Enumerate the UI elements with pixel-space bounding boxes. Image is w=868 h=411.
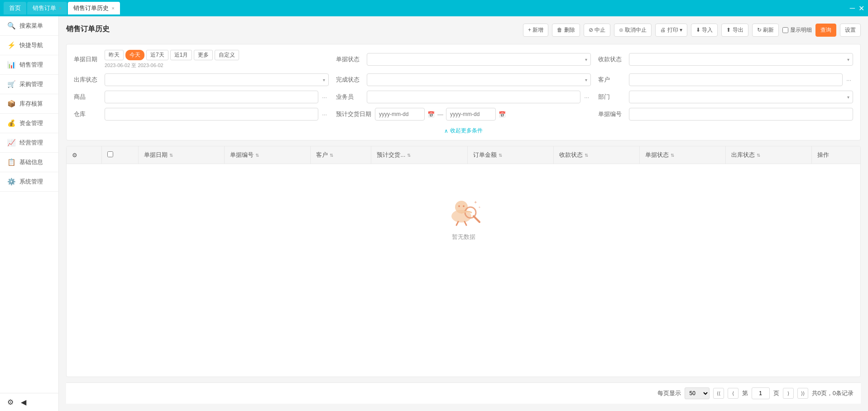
tab-首页[interactable]: 首页 [4,2,26,15]
tab-销售订单历史[interactable]: 销售订单历史× [68,2,120,15]
next-page-btn[interactable]: ⟩ [783,388,794,399]
sidebar-item-inventory[interactable]: 📦库存核算 [0,94,58,114]
date-btn-近1月[interactable]: 近1月 [170,50,192,60]
sidebar-icon-base-info: 📋 [7,158,16,166]
sidebar-label-finance: 资金管理 [19,119,43,127]
empty-state: ✦ ✦ 暂无数据 [67,164,860,268]
data-table: ⚙单据日期⇅单据编号⇅客户⇅预计交货...⇅订单金额⇅收款状态⇅单据状态⇅出库状… [67,146,860,268]
date-btn-近7天[interactable]: 近7天 [146,50,168,60]
close-icon[interactable]: ✕ [858,4,864,13]
total-records: 共0页，0条记录 [812,389,854,397]
order-status-select[interactable] [367,53,591,66]
date-btn-更多[interactable]: 更多 [194,50,213,60]
out-status-select[interactable] [105,73,329,86]
customer-more-icon[interactable]: ··· [844,77,853,83]
query-button[interactable]: 查询 [815,24,836,37]
table-settings-icon[interactable]: ⚙ [72,152,77,159]
salesman-input[interactable] [367,91,580,103]
add-button[interactable]: + 新增 [523,24,548,37]
th-date[interactable]: 单据日期⇅ [139,146,225,164]
date-range: 2023-06-02 至 2023-06-02 [105,62,239,69]
tab-销售订单[interactable]: 销售订单× [27,2,67,15]
page-input[interactable] [752,387,770,399]
sort-payStatus[interactable]: 收款状态⇅ [559,151,634,159]
cancel-stop-button[interactable]: ⊙ 取消中止 [614,24,652,37]
salesman-more-icon[interactable]: ··· [582,94,591,101]
sort-outStatus[interactable]: 出库状态⇅ [731,151,806,159]
svg-point-3 [463,205,465,207]
per-page-select[interactable]: 50 100 200 [685,387,710,399]
sidebar-label-ops-mgmt: 经营管理 [19,139,43,147]
sort-orderNo[interactable]: 单据编号⇅ [230,151,305,159]
product-more-icon[interactable]: ··· [320,94,329,101]
sidebar-item-sales-mgmt[interactable]: 📊销售管理 [0,55,58,75]
refresh-button[interactable]: ↻ 刷新 [752,24,779,37]
sidebar-item-ops-mgmt[interactable]: 📈经营管理 [0,133,58,153]
delivery-date-start[interactable] [375,108,425,121]
date-btn-昨天[interactable]: 昨天 [105,50,124,60]
delivery-date-end[interactable] [446,108,496,121]
import-button[interactable]: ⬇ 导入 [691,24,718,37]
sidebar-label-quick-nav: 快捷导航 [19,41,43,49]
filter-pay-status: 收款状态 ▾ [598,53,853,66]
dept-select[interactable] [629,91,853,103]
stop-button[interactable]: ⊘ 中止 [584,24,610,37]
tab-close-icon[interactable]: × [111,5,114,11]
calendar-icon-1[interactable]: 📅 [427,111,435,118]
warehouse-input[interactable] [105,108,318,121]
sort-icon-orderNo: ⇅ [255,153,259,158]
th-amount[interactable]: 订单金额⇅ [468,146,554,164]
sidebar-item-finance[interactable]: 💰资金管理 [0,114,58,133]
calendar-icon-2[interactable]: 📅 [499,111,506,118]
settings-button[interactable]: 设置 [840,24,861,37]
complete-status-select[interactable] [367,73,591,86]
th-customer[interactable]: 客户⇅ [311,146,371,164]
date-btn-今天[interactable]: 今天 [125,50,144,60]
date-btn-自定义[interactable]: 自定义 [215,50,239,60]
minimize-icon[interactable]: ─ [850,4,855,12]
tab-close-icon[interactable]: × [59,5,62,11]
collapse-row[interactable]: ∧ 收起更多条件 [74,125,853,135]
th-orderNo[interactable]: 单据编号⇅ [225,146,311,164]
select-all-checkbox[interactable] [107,151,113,157]
prev-page-btn[interactable]: ⟨ [728,388,739,399]
date-quick-btns: 昨天今天近7天近1月更多自定义 [105,50,239,60]
collapse-icon[interactable]: ◀ [21,398,26,406]
sort-orderStatus[interactable]: 单据状态⇅ [645,151,720,159]
sort-deliveryDate[interactable]: 预计交货...⇅ [377,151,462,159]
page-label-after: 页 [773,389,779,397]
sidebar-item-purchase-mgmt[interactable]: 🛒采购管理 [0,75,58,94]
print-button[interactable]: 🖨 打印 ▾ [655,24,687,37]
warehouse-more-icon[interactable]: ··· [320,111,329,118]
pay-status-select[interactable] [629,53,853,66]
sort-customer[interactable]: 客户⇅ [316,151,365,159]
delete-button[interactable]: 🗑 删除 [552,24,580,37]
sidebar-item-search-menu[interactable]: 🔍搜索菜单 [0,16,58,36]
settings-icon[interactable]: ⚙ [7,398,14,406]
delivery-date-label: 预计交货日期 [336,110,371,118]
sort-amount[interactable]: 订单金额⇅ [473,151,548,159]
last-page-btn[interactable]: ⟩⟩ [797,388,808,399]
sidebar-item-base-info[interactable]: 📋基础信息 [0,153,58,172]
order-no-label: 单据编号 [598,110,625,118]
th-payStatus[interactable]: 收款状态⇅ [554,146,640,164]
th-deliveryDate[interactable]: 预计交货...⇅ [371,146,468,164]
product-input[interactable] [105,91,318,103]
sidebar-item-quick-nav[interactable]: ⚡快捷导航 [0,36,58,55]
export-button[interactable]: ⬆ 导出 [721,24,748,37]
filter-row-1: 单据日期 昨天今天近7天近1月更多自定义 2023-06-02 至 2023-0… [74,50,853,69]
customer-label: 客户 [598,76,625,84]
order-no-input[interactable] [629,108,853,121]
pagination-bar: 每页显示 50 100 200 ⟨⟨ ⟨ 第 页 ⟩ ⟩⟩ 共0页，0条记录 [66,382,861,404]
sidebar-item-sys-mgmt[interactable]: ⚙️系统管理 [0,172,58,192]
sort-date[interactable]: 单据日期⇅ [144,151,219,159]
customer-input[interactable] [629,73,843,86]
first-page-btn[interactable]: ⟨⟨ [713,388,724,399]
show-detail-input[interactable] [782,27,788,33]
show-detail-checkbox[interactable]: 显示明细 [782,26,812,34]
sidebar-icon-finance: 💰 [7,119,16,127]
header-row: 销售订单历史 + 新增🗑 删除⊘ 中止⊙ 取消中止🖨 打印 ▾⬇ 导入⬆ 导出↻… [66,24,861,37]
th-outStatus[interactable]: 出库状态⇅ [725,146,811,164]
svg-text:✦: ✦ [474,200,477,205]
th-orderStatus[interactable]: 单据状态⇅ [640,146,726,164]
